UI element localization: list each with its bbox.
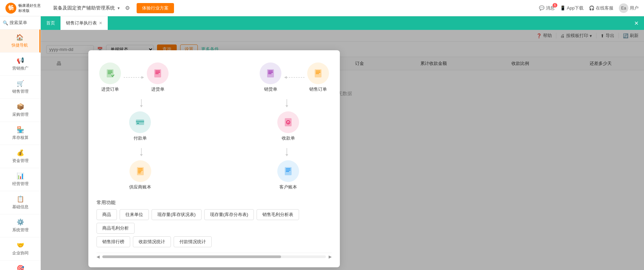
svg-marker-5	[141, 76, 144, 79]
sidebar-item-basic[interactable]: 📋 基础信息	[0, 191, 40, 214]
common-functions-title: 常用功能	[97, 200, 332, 206]
func-btn-payment-stats[interactable]: 付款情况统计	[174, 236, 212, 247]
system-dropdown-button[interactable]: ▾	[118, 6, 120, 11]
flow-node-customer-ledger[interactable]: 客户账本	[275, 156, 302, 194]
sidebar-item-newbie[interactable]: 🎯 新手引导	[0, 260, 40, 270]
sidebar-item-finance[interactable]: 💰 资金管理	[0, 145, 40, 168]
svg-rect-13	[268, 73, 272, 74]
system-title-text: 装备及固定资产辅助管理系统	[53, 5, 115, 11]
main-layout: 🔍 搜索菜单 🏠 快捷导航 📢 营销推广 🛒 销售管理 📦 采购管理 🏪 库存核…	[0, 16, 644, 270]
message-icon: 💬	[539, 5, 544, 11]
quick-nav-modal: 进货订单 进货单	[88, 50, 340, 267]
sidebar-item-system[interactable]: ⚙️ 系统管理	[0, 214, 40, 237]
receipt-icon: ¥	[277, 111, 299, 133]
sidebar-item-sales[interactable]: 🛒 销售管理	[0, 76, 40, 99]
marketing-icon: 📢	[17, 57, 24, 64]
content-area: 首页 销售订单执行表 ✕ ✕ ❓ 帮助 🖨 按模板打印 ▾	[41, 16, 644, 270]
sales-icon: 🛒	[17, 80, 24, 87]
sidebar: 🔍 搜索菜单 🏠 快捷导航 📢 营销推广 🛒 销售管理 📦 采购管理 🏪 库存核…	[0, 16, 41, 270]
tab-close-all-icon[interactable]: ✕	[634, 20, 644, 26]
settings-icon[interactable]: ⚙	[125, 5, 130, 11]
sidebar-item-enterprise[interactable]: 🤝 企业协同	[0, 237, 40, 260]
page-content: ❓ 帮助 🖨 按模板打印 ▾ ⬆ 导出 🔄 刷新	[41, 30, 644, 270]
flow-node-purchase-bill[interactable]: 进货单	[144, 58, 171, 96]
experience-button[interactable]: 体验行业方案	[137, 3, 174, 13]
logo-area: 畅 畅康通好生意 标准版	[5, 3, 46, 14]
system-icon: ⚙️	[17, 218, 24, 226]
flow-node-payment[interactable]: 付款单	[126, 107, 154, 145]
svg-rect-8	[155, 72, 160, 73]
purchase-icon: 📦	[17, 103, 24, 110]
sales-order-icon	[307, 62, 329, 84]
sidebar-search[interactable]: 🔍 搜索菜单	[0, 16, 40, 30]
func-btn-receipt-stats[interactable]: 收款情况统计	[133, 236, 171, 247]
inventory-icon: 🏪	[17, 126, 24, 133]
home-icon: 🏠	[16, 34, 23, 41]
svg-rect-35	[138, 168, 143, 169]
supplier-ledger-icon	[129, 160, 151, 182]
function-buttons-row1: 商品 往来单位 现存量(库存状况表) 现存量(库存分布表) 销售毛利分析表 商品…	[97, 209, 332, 234]
finance-icon: 💰	[17, 149, 24, 157]
sidebar-item-inventory[interactable]: 🏪 库存核算	[0, 122, 40, 145]
arrow-right-1	[124, 75, 144, 80]
flow-node-sales-order[interactable]: 销售订单	[304, 58, 332, 96]
func-btn-sales-rank[interactable]: 销售排行榜	[97, 236, 130, 247]
svg-rect-36	[138, 170, 143, 170]
tab-close-icon[interactable]: ✕	[99, 21, 102, 25]
search-icon: 🔍	[3, 20, 8, 25]
svg-rect-41	[286, 170, 291, 170]
func-btn-product-profit[interactable]: 商品毛利分析	[97, 223, 135, 234]
operation-icon: 📊	[17, 172, 24, 180]
overlay: 进货订单 进货单	[41, 30, 644, 270]
func-btn-contact[interactable]: 往来单位	[120, 209, 149, 220]
func-btn-stock-status[interactable]: 现存量(库存状况表)	[152, 209, 202, 220]
svg-rect-42	[286, 171, 289, 172]
svg-rect-9	[155, 73, 159, 74]
sidebar-item-marketing[interactable]: 📢 营销推广	[0, 53, 40, 76]
func-btn-product[interactable]: 商品	[97, 209, 117, 220]
svg-rect-17	[316, 71, 320, 71]
online-service-button[interactable]: 🎧 在线客服	[589, 5, 613, 11]
tab-bar: 首页 销售订单执行表 ✕ ✕	[41, 16, 644, 30]
svg-rect-38	[138, 173, 141, 173]
svg-marker-15	[284, 76, 287, 79]
sidebar-item-quick-nav[interactable]: 🏠 快捷导航	[0, 30, 40, 53]
enterprise-icon: 🤝	[17, 241, 24, 249]
flow-node-receipt[interactable]: ¥ 收款单	[275, 107, 302, 145]
flow-node-sales-bill[interactable]: 销货单	[257, 58, 284, 96]
app-download-button[interactable]: 📱 App下载	[560, 5, 584, 11]
svg-rect-1	[108, 71, 112, 71]
purchase-order-icon	[99, 62, 121, 84]
phone-icon: 📱	[560, 5, 565, 11]
scroll-track[interactable]	[102, 255, 326, 258]
modal-scrollbar: ◀ ▶	[97, 253, 332, 259]
svg-rect-2	[108, 72, 112, 73]
func-btn-stock-dist[interactable]: 现存量(库存分布表)	[204, 209, 254, 220]
newbie-icon: 🎯	[17, 265, 24, 270]
header-right: 💬 消息 6 📱 App下载 🎧 在线客服 Ea 用户	[539, 3, 639, 13]
scroll-thumb	[102, 255, 281, 258]
message-button[interactable]: 💬 消息 6	[539, 5, 555, 11]
user-area[interactable]: Ea 用户	[619, 3, 639, 13]
customer-ledger-icon	[277, 160, 299, 182]
function-buttons-row2: 销售排行榜 收款情况统计 付款情况统计	[97, 236, 332, 247]
svg-rect-25	[136, 121, 144, 122]
tab-home[interactable]: 首页	[41, 16, 60, 30]
scroll-left-icon[interactable]: ◀	[97, 254, 100, 259]
func-btn-sales-profit[interactable]: 销售毛利分析表	[257, 209, 299, 220]
sidebar-item-purchase[interactable]: 📦 采购管理	[0, 99, 40, 122]
message-badge: 6	[553, 3, 557, 7]
sales-bill-icon	[260, 62, 281, 84]
flow-node-purchase-order[interactable]: 进货订单	[97, 58, 124, 96]
svg-rect-26	[137, 123, 139, 124]
sidebar-item-operation[interactable]: 📊 经营管理	[0, 168, 40, 191]
svg-rect-19	[316, 73, 319, 74]
common-functions-section: 常用功能 商品 往来单位 现存量(库存状况表) 现存量(库存分布表) 销售毛利分…	[97, 200, 332, 247]
scroll-right-icon[interactable]: ▶	[329, 254, 332, 259]
svg-rect-40	[286, 168, 291, 169]
service-icon: 🎧	[589, 5, 594, 11]
tab-sales-order[interactable]: 销售订单执行表 ✕	[60, 16, 108, 30]
avatar: Ea	[619, 3, 628, 13]
system-title-area: 装备及固定资产辅助管理系统 ▾ ⚙ 体验行业方案	[46, 3, 539, 13]
flow-node-supplier-ledger[interactable]: 供应商账本	[126, 156, 154, 194]
